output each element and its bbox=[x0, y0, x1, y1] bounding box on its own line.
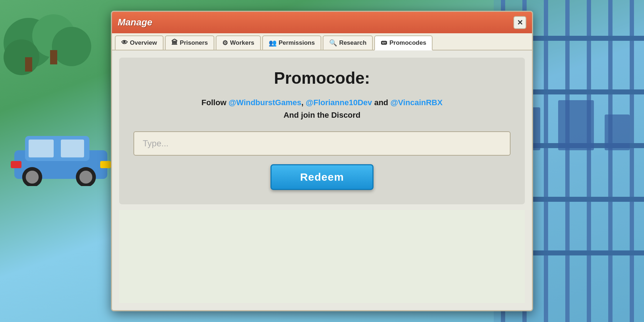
modal-overlay: Manage ✕ 👁 Overview 🏛 Prisoners ⚙ Worker… bbox=[0, 0, 644, 322]
promo-description: Follow @WindburstGames, @Florianne10Dev … bbox=[133, 96, 511, 121]
promocode-title: Promocode: bbox=[133, 68, 511, 88]
tab-promocodes[interactable]: 🎟 Promocodes bbox=[374, 35, 433, 50]
handle1-sep: , bbox=[301, 98, 306, 107]
promocode-input[interactable] bbox=[133, 131, 511, 156]
tab-research[interactable]: 🔍 Research bbox=[323, 35, 373, 50]
modal-tabs: 👁 Overview 🏛 Prisoners ⚙ Workers 👥 Permi… bbox=[112, 33, 532, 50]
workers-icon: ⚙ bbox=[222, 39, 228, 47]
discord-text: And join the Discord bbox=[133, 109, 511, 121]
research-icon: 🔍 bbox=[329, 39, 337, 47]
permissions-icon: 👥 bbox=[269, 39, 277, 47]
tab-prisoners[interactable]: 🏛 Prisoners bbox=[165, 35, 214, 50]
promocodes-icon: 🎟 bbox=[381, 39, 387, 47]
tab-workers[interactable]: ⚙ Workers bbox=[216, 35, 261, 50]
tab-permissions[interactable]: 👥 Permissions bbox=[262, 35, 321, 50]
tab-overview[interactable]: 👁 Overview bbox=[115, 35, 164, 50]
promo-input-wrap bbox=[133, 131, 511, 156]
redeem-button-wrap: Redeem bbox=[133, 164, 511, 190]
redeem-button[interactable]: Redeem bbox=[270, 164, 374, 190]
modal-titlebar: Manage ✕ bbox=[112, 12, 532, 33]
modal-title: Manage bbox=[118, 17, 152, 28]
promocode-section: Promocode: Follow @WindburstGames, @Flor… bbox=[119, 58, 525, 204]
prisoners-icon: 🏛 bbox=[171, 39, 178, 47]
handle1-link[interactable]: @WindburstGames bbox=[229, 98, 301, 107]
close-button[interactable]: ✕ bbox=[513, 16, 526, 29]
modal-footer-area bbox=[119, 210, 525, 303]
and-text: and bbox=[372, 98, 390, 107]
overview-icon: 👁 bbox=[121, 39, 128, 47]
handle2-link[interactable]: @Florianne10Dev bbox=[306, 98, 372, 107]
modal-body: Promocode: Follow @WindburstGames, @Flor… bbox=[112, 50, 532, 310]
handle3-link[interactable]: @VincainRBX bbox=[390, 98, 443, 107]
follow-text: Follow bbox=[201, 98, 229, 107]
manage-modal: Manage ✕ 👁 Overview 🏛 Prisoners ⚙ Worker… bbox=[111, 11, 533, 311]
